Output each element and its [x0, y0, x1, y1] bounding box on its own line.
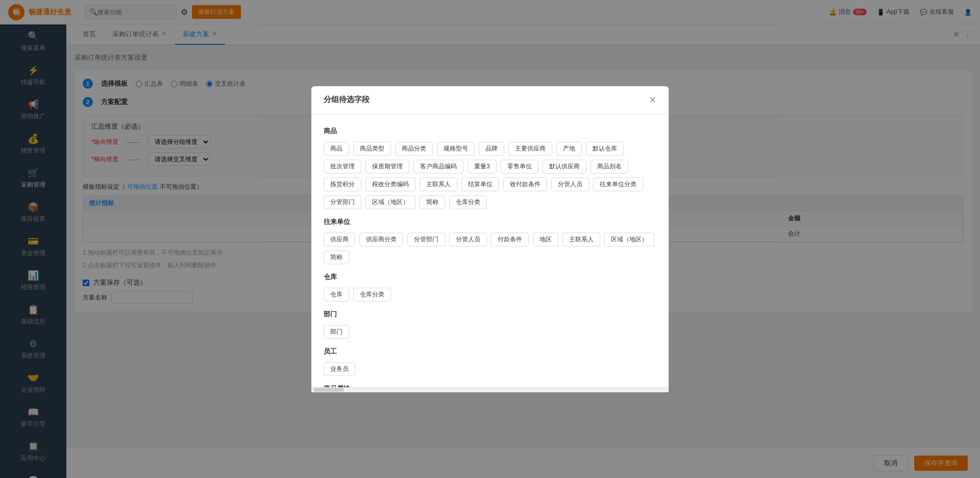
modal-overlay: 分组待选字段 ✕ 商品商品商品类型商品分类规格型号品牌主要供应商产地默认仓库批次… [0, 0, 980, 478]
modal-close-btn[interactable]: ✕ [649, 94, 656, 106]
tag-区域（地区）[interactable]: 区域（地区） [365, 195, 415, 209]
modal-title: 分组待选字段 [324, 95, 370, 105]
tag-商品别名[interactable]: 商品别名 [591, 160, 628, 173]
tag-group-product: 商品商品类型商品分类规格型号品牌主要供应商产地默认仓库批次管理保质期管理客户商品… [324, 142, 656, 209]
section-title-warehouse: 仓库 [324, 272, 656, 282]
tag-主要供应商[interactable]: 主要供应商 [508, 142, 552, 156]
tag-客户商品编码[interactable]: 客户商品编码 [413, 160, 463, 173]
tag-商品类型[interactable]: 商品类型 [353, 142, 391, 156]
tag-规格型号[interactable]: 规格型号 [437, 142, 475, 156]
section-title-partner: 往来单位 [324, 217, 656, 227]
tag-仓库[interactable]: 仓库 [324, 288, 349, 301]
tag-税收分类编码[interactable]: 税收分类编码 [365, 178, 415, 191]
tag-部门[interactable]: 部门 [324, 325, 349, 339]
tag-group-department: 部门 [324, 325, 656, 339]
tag-分管部门[interactable]: 分管部门 [407, 233, 445, 246]
tag-产地[interactable]: 产地 [556, 142, 582, 156]
tag-结算单位[interactable]: 结算单位 [461, 178, 499, 191]
section-title-product: 商品 [324, 127, 656, 136]
tag-供应商分类[interactable]: 供应商分类 [359, 233, 403, 246]
tag-供应商[interactable]: 供应商 [324, 233, 355, 246]
scroll-thumb [313, 388, 344, 392]
tag-分管部门[interactable]: 分管部门 [324, 195, 361, 209]
tag-收付款条件[interactable]: 收付款条件 [503, 178, 547, 191]
tag-group-partner: 供应商供应商分类分管部门分管人员付款条件地区主联系人区域（地区）简称 [324, 233, 656, 264]
tag-重量3[interactable]: 重量3 [468, 160, 497, 173]
tag-仓库分类[interactable]: 仓库分类 [353, 288, 391, 301]
tag-默认仓库[interactable]: 默认仓库 [586, 142, 624, 156]
modal-header: 分组待选字段 ✕ [311, 86, 669, 114]
tag-简称[interactable]: 简称 [324, 250, 349, 264]
tag-商品[interactable]: 商品 [324, 142, 349, 156]
tag-分管人员[interactable]: 分管人员 [449, 233, 487, 246]
tag-区域（地区）[interactable]: 区域（地区） [604, 233, 654, 246]
tag-付款条件[interactable]: 付款条件 [491, 233, 529, 246]
tag-group-warehouse: 仓库仓库分类 [324, 288, 656, 301]
section-title-department: 部门 [324, 310, 656, 319]
tag-默认供应商[interactable]: 默认供应商 [543, 160, 586, 173]
tag-往来单位分类[interactable]: 往来单位分类 [593, 178, 643, 191]
tag-拣货积分[interactable]: 拣货积分 [324, 178, 361, 191]
tag-品牌[interactable]: 品牌 [479, 142, 504, 156]
tag-零售单位[interactable]: 零售单位 [501, 160, 538, 173]
modal-dialog: 分组待选字段 ✕ 商品商品商品类型商品分类规格型号品牌主要供应商产地默认仓库批次… [311, 86, 669, 392]
modal-body[interactable]: 商品商品商品类型商品分类规格型号品牌主要供应商产地默认仓库批次管理保质期管理客户… [311, 114, 669, 387]
tag-主联系人[interactable]: 主联系人 [420, 178, 457, 191]
tag-group-employee: 业务员 [324, 362, 656, 376]
tag-仓库分类[interactable]: 仓库分类 [449, 195, 487, 209]
section-title-employee: 员工 [324, 347, 656, 356]
tag-业务员[interactable]: 业务员 [324, 362, 355, 376]
tag-地区[interactable]: 地区 [533, 233, 558, 246]
tag-分管人员[interactable]: 分管人员 [551, 178, 589, 191]
tag-批次管理[interactable]: 批次管理 [324, 160, 361, 173]
horizontal-scrollbar[interactable] [311, 387, 669, 392]
tag-商品分类[interactable]: 商品分类 [395, 142, 433, 156]
tag-简称[interactable]: 简称 [420, 195, 445, 209]
tag-保质期管理[interactable]: 保质期管理 [365, 160, 409, 173]
tag-主联系人[interactable]: 主联系人 [562, 233, 600, 246]
